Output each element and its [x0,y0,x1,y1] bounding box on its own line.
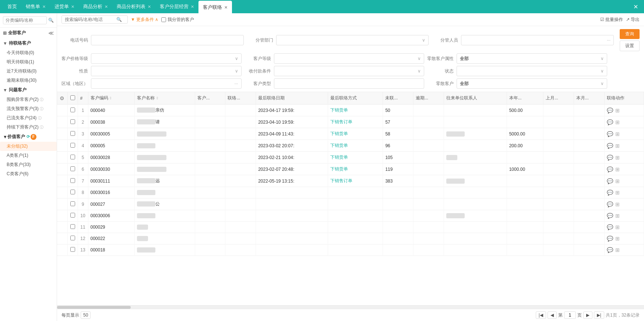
chat-icon[interactable]: 💬 [607,247,613,253]
scatter-attr-select[interactable]: 全部 ∨ [457,53,607,64]
tab-product-analysis[interactable]: 商品分析 ✕ [79,0,112,13]
tab-customer-segment[interactable]: 客户分层经营 ✕ [155,0,198,13]
contact-method-link[interactable]: 下销货单 [330,107,348,113]
tab-home[interactable]: 首页 [3,0,21,13]
tab-customer-contact[interactable]: 客户联络 ✕ [198,1,232,14]
close-icon[interactable]: ✕ [42,4,46,9]
more-dot-icon[interactable]: ··· [235,81,238,86]
grid-action-icon[interactable]: ⊞ [615,190,620,195]
grid-action-icon[interactable]: ⊞ [615,224,620,230]
contact-method-link[interactable]: 下销售订单 [330,178,352,183]
prev-page-button[interactable]: ◀ [548,311,557,319]
scatter-customer-select[interactable]: 全部 ∨ [457,78,607,89]
chat-icon[interactable]: 💬 [607,190,613,195]
th-contact[interactable]: 联络... [225,92,256,105]
th-no-contact[interactable]: 未联... [383,92,414,105]
query-button[interactable]: 查询 [620,29,640,39]
close-icon[interactable]: ✕ [224,5,228,10]
chat-icon[interactable]: 💬 [607,213,613,219]
page-input[interactable] [564,311,576,319]
batch-ops-button[interactable]: ☑ 批量操作 [600,17,623,23]
chat-icon[interactable]: 💬 [607,166,613,172]
row-checkbox[interactable] [70,107,75,112]
sidebar-item-declining[interactable]: 持续下滑客户(2) ⓘ [0,123,57,132]
sidebar-item-overdue[interactable]: 逾期未联络(30) [0,76,57,85]
chat-icon[interactable]: 💬 [607,155,613,160]
chat-icon[interactable]: 💬 [607,143,613,149]
grid-action-icon[interactable]: ⊞ [615,201,620,207]
collapse-icon[interactable]: ≪ [48,30,54,36]
th-overdue[interactable]: 逾期... [414,92,444,105]
table-scroll-bar[interactable] [57,305,644,309]
row-checkbox[interactable] [70,155,75,159]
gear-icon[interactable]: ⚙ [60,95,64,101]
sidebar-item-churned[interactable]: 已流失客户(24) ⓘ [0,113,57,123]
last-page-button[interactable]: ▶| [594,311,604,319]
customer-type-select[interactable] [274,78,425,89]
row-checkbox[interactable] [70,224,75,229]
chat-icon[interactable]: 💬 [607,201,613,207]
manager-select[interactable]: ··· [461,35,614,45]
contact-method-link[interactable]: 下销货单 [330,155,348,160]
contact-method-link[interactable]: 下销货单 [330,131,348,136]
th-name[interactable]: 客户名称 [134,92,195,105]
status-select[interactable]: ∨ [457,66,607,76]
contact-method-link[interactable]: 下销售订单 [330,119,352,124]
grid-action-icon[interactable]: ⊞ [615,178,620,184]
sidebar-item-class-a[interactable]: A类客户(1) [0,151,57,160]
search-icon[interactable]: 🔍 [116,17,122,22]
all-customers-item[interactable]: ⊞ 全部客户 ≪ [0,28,57,38]
sidebar-item-churn-warning[interactable]: 流失预警客户(3) ⓘ [0,104,57,113]
sidebar-item-class-b[interactable]: B类客户(33) [0,160,57,169]
row-checkbox[interactable] [70,247,75,252]
th-customer-type[interactable]: 客户... [195,92,225,105]
row-checkbox[interactable] [70,190,75,194]
tab-sales[interactable]: 销售单 ✕ [21,0,50,13]
chat-icon[interactable]: 💬 [607,224,613,230]
sidebar-item-7days[interactable]: 近7天待联络(0) [0,67,57,76]
th-last-month[interactable]: 上月... [543,92,574,105]
th-last-contact-method[interactable]: 最后联络方式 [328,92,383,105]
close-icon[interactable]: ✕ [148,4,151,9]
grid-action-icon[interactable]: ⊞ [615,247,620,253]
grid-action-icon[interactable]: ⊞ [615,143,620,149]
nature-select[interactable]: ∨ [91,66,242,76]
th-last-contact-date[interactable]: 最后联络日期 [256,92,328,105]
grid-action-icon[interactable]: ⊞ [615,236,620,241]
phone-input[interactable] [91,35,244,45]
dept-select[interactable]: ∨ [276,35,429,45]
row-checkbox[interactable] [70,166,75,171]
row-checkbox[interactable] [70,213,75,218]
row-checkbox[interactable] [70,178,75,183]
my-customer-checkbox-wrap[interactable]: 我分管的客户 [161,17,194,23]
grid-action-icon[interactable]: ⊞ [615,213,620,219]
nav-close-button[interactable]: ✕ [630,3,641,10]
next-page-button[interactable]: ▶ [583,311,592,319]
reset-button[interactable]: 设置 [620,40,640,51]
row-checkbox[interactable] [70,236,75,240]
chat-icon[interactable]: 💬 [607,178,613,184]
grid-action-icon[interactable]: ⊞ [615,166,620,172]
region-select[interactable]: ··· [91,78,242,89]
payment-select[interactable]: ∨ [274,66,425,76]
chat-icon[interactable]: 💬 [607,119,613,125]
sidebar-item-class-c[interactable]: C类客户(6) [0,169,57,179]
th-code[interactable]: 客户编码 [88,92,134,105]
select-all-checkbox[interactable] [70,95,75,100]
sidebar-group-pending[interactable]: ▼ 待联络客户 [0,38,57,48]
price-level-select[interactable]: ∨ [91,53,242,64]
customer-level-select[interactable]: ∨ [274,53,425,64]
chat-icon[interactable]: 💬 [607,131,613,137]
per-page-select[interactable]: 50 [81,311,91,319]
th-this-month[interactable]: 本月... [574,92,604,105]
sidebar-item-tomorrow[interactable]: 明天待联络(1) [0,57,57,67]
row-checkbox[interactable] [70,131,75,136]
category-search-icon[interactable]: 🔍 [48,18,54,23]
close-icon[interactable]: ✕ [191,4,194,9]
chat-icon[interactable]: 💬 [607,236,613,241]
sidebar-group-value[interactable]: ▼ 价值客户 ⟳ F [0,132,57,142]
first-page-button[interactable]: |◀ [536,311,546,319]
th-gear[interactable]: ⚙ [57,92,67,105]
row-checkbox[interactable] [70,119,75,124]
th-this-year[interactable]: 本年... [507,92,543,105]
